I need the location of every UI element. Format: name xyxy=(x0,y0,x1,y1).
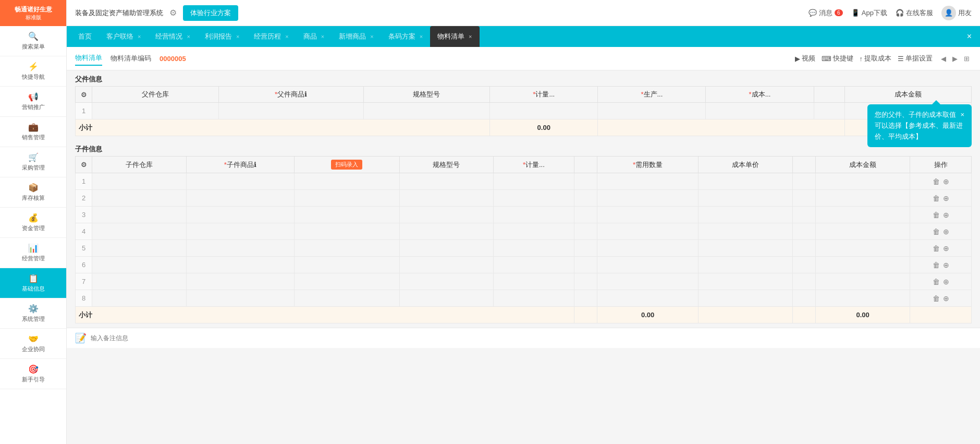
tab-goods-close[interactable]: × xyxy=(321,33,324,40)
child-row-4-actions: 🗑 ⊕ xyxy=(910,223,972,240)
child-row-3-delete[interactable]: 🗑 xyxy=(933,211,940,219)
tab-add-goods[interactable]: 新增商品 × xyxy=(332,26,381,47)
sidebar-item-operations[interactable]: 📊 经营管理 xyxy=(0,238,66,268)
sidebar-item-guide[interactable]: 🎯 新手引导 xyxy=(0,359,66,389)
parent-col-cost: *成本... xyxy=(706,87,814,103)
parent-row-1-cost[interactable] xyxy=(706,103,814,119)
tab-customer-close[interactable]: × xyxy=(138,33,141,40)
video-icon: ▶ xyxy=(795,55,800,63)
sidebar-item-sales[interactable]: 💼 销售管理 xyxy=(0,117,66,147)
tooltip-close[interactable]: × xyxy=(960,110,964,121)
page-next[interactable]: ▶ xyxy=(950,54,960,64)
child-row-3-copy[interactable]: ⊕ xyxy=(943,211,949,219)
child-row-1-unit[interactable] xyxy=(494,173,574,190)
child-row-1-warehouse[interactable] xyxy=(92,173,187,190)
parent-row-1-product[interactable] xyxy=(218,103,363,119)
child-row-6-copy[interactable]: ⊕ xyxy=(943,261,949,269)
parent-row-1: 1 xyxy=(76,103,972,119)
sidebar-item-basic-info[interactable]: 📋 基础信息 xyxy=(0,268,66,298)
child-row-1-delete[interactable]: 🗑 xyxy=(933,177,940,186)
child-row-1-spec[interactable] xyxy=(399,173,494,190)
page-nav: ◀ ▶ ⊞ xyxy=(939,54,972,64)
tab-home[interactable]: 首页 xyxy=(71,26,99,47)
tab-barcode-close[interactable]: × xyxy=(420,33,423,40)
tab-operations[interactable]: 经营情况 × xyxy=(148,26,197,47)
child-row-6-delete[interactable]: 🗑 xyxy=(933,261,940,269)
sub-header-actions: ▶ 视频 ⌨ 快捷键 ↑ 提取成本 ☰ 单据设置 ◀ ▶ xyxy=(795,54,972,64)
app-download-action[interactable]: 📱 App下载 xyxy=(851,8,887,18)
child-row-4-copy[interactable]: ⊕ xyxy=(943,227,949,236)
tab-barcode[interactable]: 条码方案 × xyxy=(381,26,430,47)
tab-goods[interactable]: 商品 × xyxy=(296,26,332,47)
tab-profit-close[interactable]: × xyxy=(236,33,239,40)
child-row-1-scan xyxy=(294,173,399,190)
sidebar-label-sales: 销售管理 xyxy=(22,134,45,141)
tab-add-goods-close[interactable]: × xyxy=(370,33,373,40)
child-row-2-num: 2 xyxy=(76,190,92,207)
sidebar-item-inventory[interactable]: 📦 库存核算 xyxy=(0,177,66,208)
child-col-settings[interactable]: ⚙ xyxy=(76,157,92,173)
parent-col-amount: 成本金额 xyxy=(845,87,972,103)
child-row-1-product[interactable] xyxy=(186,173,294,190)
child-row-8-copy[interactable]: ⊕ xyxy=(943,294,949,303)
child-row-4-delete[interactable]: 🗑 xyxy=(933,227,940,236)
tab-customer[interactable]: 客户联络 × xyxy=(99,26,148,47)
sidebar-item-system[interactable]: ⚙️ 系统管理 xyxy=(0,298,66,329)
tab-bom[interactable]: 物料清单 × xyxy=(430,26,479,47)
tab-bom-close[interactable]: × xyxy=(469,33,472,40)
sidebar-item-purchase[interactable]: 🛒 采购管理 xyxy=(0,147,66,177)
parent-row-1-unit[interactable] xyxy=(490,103,598,119)
child-subtotal-row: 小计 0.00 0.00 xyxy=(76,307,972,323)
parent-row-1-spec[interactable] xyxy=(363,103,490,119)
page-grid[interactable]: ⊞ xyxy=(962,54,972,64)
parent-row-1-warehouse[interactable] xyxy=(92,103,219,119)
note-input[interactable] xyxy=(91,334,972,342)
parent-col-settings[interactable]: ⚙ xyxy=(76,87,92,103)
close-all-tabs[interactable]: × xyxy=(963,32,976,41)
child-row-7-delete[interactable]: 🗑 xyxy=(933,278,940,286)
trial-btn[interactable]: 体验行业方案 xyxy=(183,5,238,21)
child-row-7-copy[interactable]: ⊕ xyxy=(943,278,949,286)
tab-profit[interactable]: 利润报告 × xyxy=(198,26,247,47)
single-settings-action[interactable]: ☰ 单据设置 xyxy=(898,54,933,63)
parent-subtotal-label: 小计 xyxy=(76,119,490,136)
sidebar-item-finance[interactable]: 💰 资金管理 xyxy=(0,208,66,238)
message-action[interactable]: 💬 消息 6 xyxy=(808,8,843,18)
parent-row-1-produce[interactable] xyxy=(598,103,706,119)
child-row-7: 7 🗑 ⊕ xyxy=(76,273,972,290)
user-action[interactable]: 👤 用友 xyxy=(941,6,972,20)
scan-button[interactable]: 扫码录入 xyxy=(331,160,362,170)
child-row-4: 4 🗑 ⊕ xyxy=(76,223,972,240)
sidebar-item-marketing[interactable]: 📢 营销推广 xyxy=(0,87,66,117)
guide-icon: 🎯 xyxy=(28,364,39,374)
child-row-1-empty1 xyxy=(574,173,597,190)
child-row-8-delete[interactable]: 🗑 xyxy=(933,294,940,303)
tab-operations-close[interactable]: × xyxy=(187,33,190,40)
child-row-1-qty[interactable] xyxy=(597,173,699,190)
page-prev[interactable]: ◀ xyxy=(939,54,948,64)
sidebar-label-operations: 经营管理 xyxy=(22,255,45,262)
extract-cost-action[interactable]: ↑ 提取成本 xyxy=(860,54,892,63)
sidebar-item-collaboration[interactable]: 🤝 企业协同 xyxy=(0,329,66,359)
marketing-icon: 📢 xyxy=(28,92,39,102)
nav-tabs: 首页 客户联络 × 经营情况 × 利润报告 × 经营历程 × 商品 × 新增商品… xyxy=(67,26,980,47)
topbar-actions: 💬 消息 6 📱 App下载 🎧 在线客服 👤 用友 xyxy=(808,6,972,20)
video-action[interactable]: ▶ 视频 xyxy=(795,54,815,63)
child-row-5-delete[interactable]: 🗑 xyxy=(933,244,940,253)
child-row-1-unit-price[interactable] xyxy=(699,173,793,190)
tab-history[interactable]: 经营历程 × xyxy=(247,26,296,47)
sub-tab-bom-list[interactable]: 物料清单 xyxy=(75,51,102,66)
sidebar-item-quicknav[interactable]: ⚡ 快捷导航 xyxy=(0,56,66,87)
single-settings-label: 单据设置 xyxy=(905,54,933,63)
online-service-action[interactable]: 🎧 在线客服 xyxy=(896,8,933,18)
sidebar-item-search[interactable]: 🔍 搜索菜单 xyxy=(0,26,66,56)
child-row-2-copy[interactable]: ⊕ xyxy=(943,194,949,202)
purchase-icon: 🛒 xyxy=(28,152,39,162)
parent-subtotal-empty xyxy=(598,119,845,136)
child-row-1-copy[interactable]: ⊕ xyxy=(943,177,949,186)
tab-history-close[interactable]: × xyxy=(285,33,288,40)
child-row-5-copy[interactable]: ⊕ xyxy=(943,244,949,253)
shortcut-action[interactable]: ⌨ 快捷键 xyxy=(822,54,853,63)
child-row-2-delete[interactable]: 🗑 xyxy=(933,194,940,202)
settings-gear-icon[interactable]: ⚙ xyxy=(169,8,177,18)
